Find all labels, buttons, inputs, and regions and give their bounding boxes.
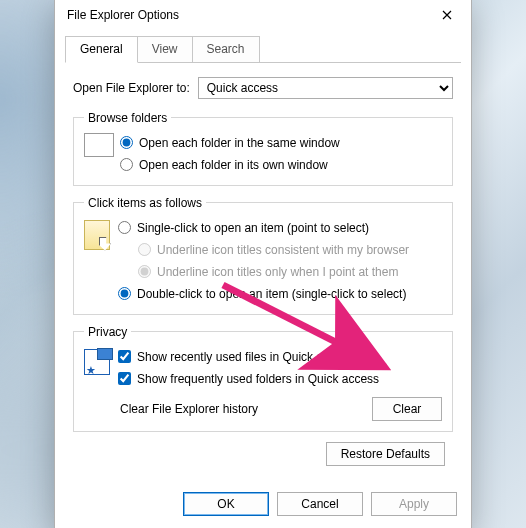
click-file-icon: [84, 220, 110, 250]
check-frequent-folders-label: Show frequently used folders in Quick ac…: [137, 372, 379, 386]
file-explorer-options-dialog: File Explorer Options General View Searc…: [54, 0, 472, 528]
radio-underline-point: Underline icon titles only when I point …: [138, 262, 409, 282]
radio-underline-point-label: Underline icon titles only when I point …: [157, 265, 398, 279]
browse-folders-legend: Browse folders: [84, 111, 171, 125]
radio-own-window-input[interactable]: [120, 158, 133, 171]
apply-button: Apply: [371, 492, 457, 516]
radio-own-window[interactable]: Open each folder in its own window: [120, 155, 340, 175]
window-title: File Explorer Options: [67, 8, 429, 22]
radio-single-click-input[interactable]: [118, 221, 131, 234]
radio-same-window-label: Open each folder in the same window: [139, 136, 340, 150]
close-icon: [442, 10, 452, 20]
folder-window-icon: [84, 133, 114, 157]
click-items-group: Click items as follows Single-click to o…: [73, 196, 453, 315]
open-to-label: Open File Explorer to:: [73, 81, 190, 95]
check-recent-files-input[interactable]: [118, 350, 131, 363]
quick-access-icon: [84, 349, 110, 375]
restore-defaults-button[interactable]: Restore Defaults: [326, 442, 445, 466]
ok-button[interactable]: OK: [183, 492, 269, 516]
radio-own-window-label: Open each folder in its own window: [139, 158, 328, 172]
click-items-legend: Click items as follows: [84, 196, 206, 210]
radio-same-window[interactable]: Open each folder in the same window: [120, 133, 340, 153]
radio-underline-browser-label: Underline icon titles consistent with my…: [157, 243, 409, 257]
check-frequent-folders[interactable]: Show frequently used folders in Quick ac…: [118, 369, 379, 389]
cancel-button[interactable]: Cancel: [277, 492, 363, 516]
tab-general[interactable]: General: [65, 36, 138, 63]
radio-same-window-input[interactable]: [120, 136, 133, 149]
radio-double-click[interactable]: Double-click to open an item (single-cli…: [118, 284, 409, 304]
check-frequent-folders-input[interactable]: [118, 372, 131, 385]
radio-single-click-label: Single-click to open an item (point to s…: [137, 221, 369, 235]
radio-underline-browser-input: [138, 243, 151, 256]
radio-double-click-input[interactable]: [118, 287, 131, 300]
privacy-group: Privacy Show recently used files in Quic…: [73, 325, 453, 432]
privacy-legend: Privacy: [84, 325, 131, 339]
radio-underline-browser: Underline icon titles consistent with my…: [138, 240, 409, 260]
check-recent-files-label: Show recently used files in Quick access: [137, 350, 354, 364]
titlebar: File Explorer Options: [55, 0, 471, 31]
radio-underline-point-input: [138, 265, 151, 278]
tab-view[interactable]: View: [138, 36, 193, 63]
check-recent-files[interactable]: Show recently used files in Quick access: [118, 347, 379, 367]
clear-button[interactable]: Clear: [372, 397, 442, 421]
tab-panel-general: Open File Explorer to: Quick access Brow…: [65, 62, 461, 480]
open-to-row: Open File Explorer to: Quick access: [73, 77, 453, 99]
radio-single-click[interactable]: Single-click to open an item (point to s…: [118, 218, 409, 238]
browse-folders-group: Browse folders Open each folder in the s…: [73, 111, 453, 186]
open-to-combo[interactable]: Quick access: [198, 77, 453, 99]
dialog-buttons: OK Cancel Apply: [55, 480, 471, 529]
radio-double-click-label: Double-click to open an item (single-cli…: [137, 287, 406, 301]
tab-search[interactable]: Search: [193, 36, 260, 63]
clear-history-label: Clear File Explorer history: [120, 402, 372, 416]
tab-strip: General View Search: [55, 31, 471, 62]
close-button[interactable]: [429, 1, 465, 29]
